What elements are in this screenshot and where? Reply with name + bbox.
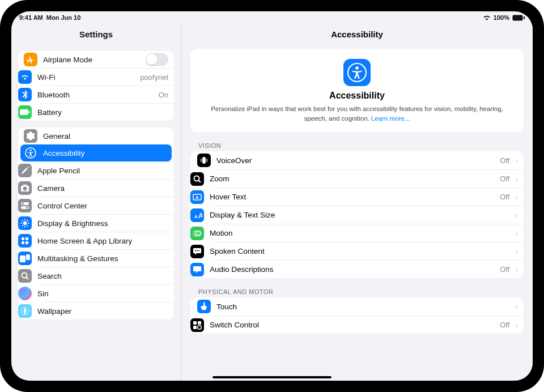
sidebar-item-airplane[interactable]: Airplane Mode [18,51,174,68]
sidebar-item-label: Accessibility [43,149,166,157]
svg-text:A: A [194,214,198,219]
row-value: Off [500,193,509,201]
chevron-right-icon: › [515,156,518,165]
row-touch[interactable]: Touch › [190,297,524,316]
wifi-icon [483,15,491,20]
sidebar-item-label: Wallpaper [37,307,168,316]
screen: 9:41 AM Mon Jun 10 100% Settings [11,11,533,381]
section-motor: Touch › Switch Control Off › [190,297,524,334]
status-bar: 9:41 AM Mon Jun 10 100% [11,11,533,24]
wifi-icon [18,70,32,84]
svg-point-29 [355,66,359,70]
row-label: Spoken Content [210,247,509,255]
chevron-right-icon: › [515,174,518,184]
row-label: Motion [210,229,509,237]
motion-icon [190,227,204,240]
section-header-motor: PHYSICAL AND MOTOR [198,288,524,295]
sidebar-item-display[interactable]: Display & Brightness [40,214,174,232]
detail-title: Accessibility [181,24,533,44]
svg-point-8 [22,203,24,204]
row-value: Off [500,156,509,165]
voiceover-icon [197,154,211,167]
learn-more-link[interactable]: Learn more... [371,115,410,122]
section-vision: VoiceOver Off › Zoom Off › [190,151,524,278]
sidebar-item-wifi[interactable]: Wi-Fi poofynet [40,68,174,86]
sidebar-item-multitask[interactable]: Multitasking & Gestures [40,249,174,267]
row-zoom[interactable]: Zoom Off › [212,169,524,188]
sidebar-item-value: On [159,91,168,99]
row-label: Zoom [210,174,494,183]
sidebar-item-label: Control Center [37,202,168,210]
row-spoken[interactable]: Spoken Content › [212,242,524,260]
textsize-icon: AA [190,208,204,222]
sidebar-item-label: Search [37,272,168,280]
sidebar-item-siri[interactable]: Siri [40,284,174,302]
multitask-icon [18,252,32,265]
svg-line-32 [199,180,201,182]
sidebar-item-general[interactable]: General [18,127,174,144]
sidebar-item-homescreen[interactable]: Home Screen & App Library [40,232,174,249]
row-textsize[interactable]: AA Display & Text Size › [212,206,524,224]
sidebar-item-controlcenter[interactable]: Control Center [40,197,174,214]
sidebar-item-pencil[interactable]: Apple Pencil [40,161,174,179]
svg-point-42 [198,250,199,251]
row-motion[interactable]: Motion › [212,224,524,242]
sun-icon [18,216,32,230]
zoom-icon [190,172,204,186]
sidebar-item-value: poofynet [140,73,168,82]
svg-text:A: A [196,195,199,200]
bluetooth-icon [18,88,32,101]
hover-icon: A [190,190,204,204]
sidebar-title: Settings [11,24,181,44]
row-switchctrl[interactable]: Switch Control Off › [212,316,524,334]
svg-rect-45 [193,326,197,329]
sidebar-item-camera[interactable]: Camera [40,179,174,197]
detail-pane: Accessibility Accessibility Personalize … [181,24,533,381]
pencil-icon [18,164,32,177]
switch-icon [18,199,32,212]
svg-line-18 [27,220,28,221]
row-label: Switch Control [210,321,494,329]
sidebar-item-wallpaper[interactable]: Wallpaper [40,302,174,319]
device-bezel: 9:41 AM Mon Jun 10 100% Settings [0,0,544,392]
chevron-right-icon: › [515,229,518,238]
airplane-toggle[interactable] [146,53,168,66]
svg-rect-2 [20,109,28,115]
status-time: 9:41 AM [19,14,43,21]
section-header-vision: VISION [198,142,524,149]
svg-text:A: A [198,212,202,219]
svg-rect-21 [22,241,24,244]
battery-icon [18,105,32,119]
hero-accessibility-icon [343,59,371,86]
sidebar-item-label: General [43,132,168,140]
svg-line-17 [22,225,23,227]
audiodesc-icon [190,263,204,276]
battery-icon [512,15,525,21]
settings-sidebar: Settings Airplane Mode [11,24,181,381]
row-voiceover[interactable]: VoiceOver Off › [190,151,524,169]
sidebar-item-label: Display & Brightness [37,219,168,228]
home-indicator[interactable] [212,376,332,378]
row-label: VoiceOver [216,156,494,165]
chevron-right-icon: › [515,302,518,311]
sidebar-item-label: Bluetooth [37,91,153,99]
chevron-right-icon: › [515,247,518,256]
row-label: Display & Text Size [210,211,509,219]
sidebar-item-search[interactable]: Search [40,267,174,284]
sidebar-item-battery[interactable]: Battery [40,103,174,121]
spoken-icon [190,245,204,258]
row-audiodesc[interactable]: Audio Descriptions Off › [212,260,524,278]
sidebar-item-bluetooth[interactable]: Bluetooth On [40,86,174,103]
svg-point-25 [22,273,27,278]
sidebar-scroll[interactable]: Airplane Mode Wi-Fi poofynet [11,44,181,381]
hero-title: Accessibility [206,91,508,101]
grid-icon [18,234,32,248]
hero-description: Personalize iPad in ways that work best … [211,105,503,122]
row-label: Hover Text [210,193,494,201]
svg-point-31 [194,176,199,181]
sidebar-item-accessibility[interactable]: Accessibility [20,144,172,161]
battery-percent: 100% [494,14,509,21]
row-hovertext[interactable]: A Hover Text Off › [212,188,524,206]
detail-scroll[interactable]: Accessibility Personalize iPad in ways t… [181,44,533,381]
svg-rect-3 [29,111,30,113]
